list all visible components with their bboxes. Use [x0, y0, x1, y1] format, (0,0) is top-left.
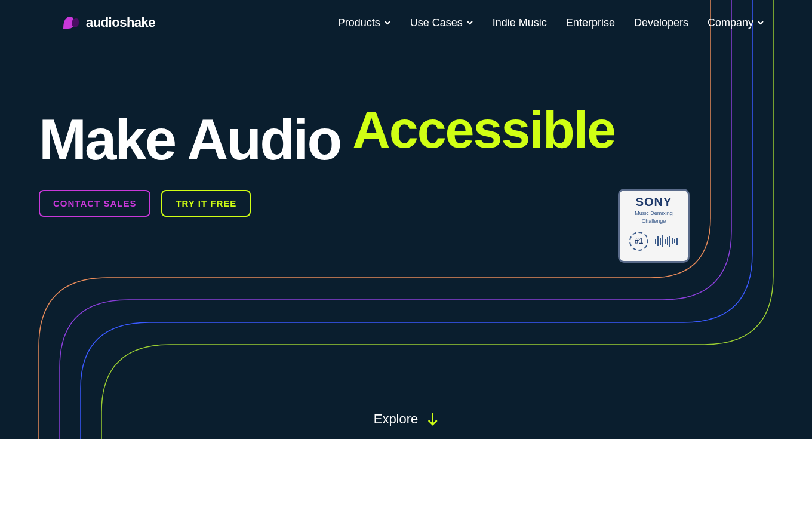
hero-section: audioshake Products Use Cases Indie Musi…	[0, 0, 812, 439]
nav-item-use-cases[interactable]: Use Cases	[410, 17, 473, 29]
nav-label: Use Cases	[410, 17, 463, 29]
hero-heading: Make Audio Accessible	[39, 111, 773, 168]
chevron-down-icon	[466, 19, 473, 26]
logo[interactable]: audioshake	[60, 12, 155, 33]
badge-subtitle-1: Music Demixing	[635, 210, 673, 217]
hero-static-text: Make Audio	[39, 111, 340, 168]
nav-item-developers[interactable]: Developers	[634, 17, 688, 29]
badge-footer: #1	[629, 232, 678, 251]
nav-label: Company	[708, 17, 753, 29]
explore-label: Explore	[374, 411, 419, 427]
badge-subtitle-2: Challenge	[642, 218, 666, 225]
hero-dynamic-text: Accessible	[352, 103, 615, 156]
waveform-icon	[654, 234, 678, 248]
nav-label: Developers	[634, 17, 688, 29]
chevron-down-icon	[384, 19, 391, 26]
badge-rank: #1	[629, 232, 648, 251]
arrow-down-icon	[426, 412, 438, 426]
contact-sales-button[interactable]: CONTACT SALES	[39, 190, 150, 217]
logo-text: audioshake	[86, 15, 155, 30]
below-fold-section	[0, 439, 812, 513]
explore-button[interactable]: Explore	[374, 411, 439, 427]
nav-label: Indie Music	[493, 17, 547, 29]
nav-label: Products	[338, 17, 380, 29]
chevron-down-icon	[757, 19, 764, 26]
main-nav: Products Use Cases Indie Music Enterpris…	[338, 17, 764, 29]
logo-mark-icon	[60, 12, 81, 33]
nav-item-enterprise[interactable]: Enterprise	[566, 17, 615, 29]
nav-item-company[interactable]: Company	[708, 17, 764, 29]
badge-brand: SONY	[636, 195, 672, 209]
sony-badge: SONY Music Demixing Challenge #1	[618, 189, 690, 263]
try-it-free-button[interactable]: TRY IT FREE	[161, 190, 251, 217]
header: audioshake Products Use Cases Indie Musi…	[0, 0, 812, 45]
nav-item-products[interactable]: Products	[338, 17, 391, 29]
hero-content: Make Audio Accessible CONTACT SALES TRY …	[0, 45, 812, 217]
nav-label: Enterprise	[566, 17, 615, 29]
nav-item-indie-music[interactable]: Indie Music	[493, 17, 547, 29]
